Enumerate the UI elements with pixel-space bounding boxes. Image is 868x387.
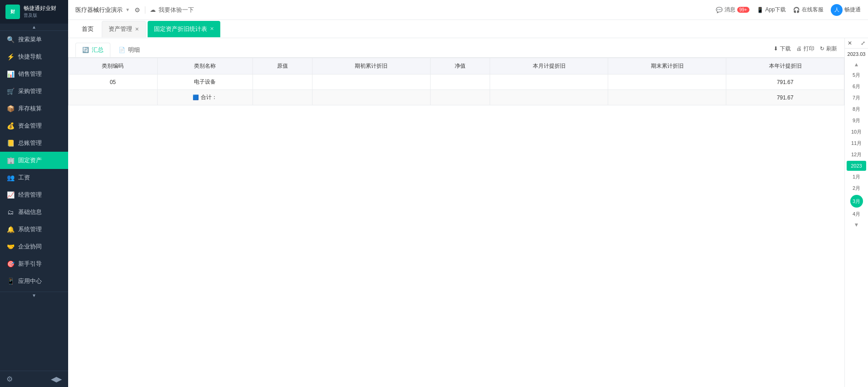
month-12[interactable]: 12月 xyxy=(845,149,868,160)
sum-monthly-depr xyxy=(490,90,608,105)
sidebar-item-guide[interactable]: 🎯 新手引导 xyxy=(0,255,68,273)
message-label: 消息 xyxy=(724,6,735,14)
sidebar-item-inventory[interactable]: 📦 库存核算 xyxy=(0,100,68,117)
sum-net-value xyxy=(430,90,490,105)
refresh-btn[interactable]: ↻ 刷新 xyxy=(820,45,837,53)
logo-text: 畅捷通好业财 xyxy=(24,5,56,12)
sub-tabs-right: ⬇ 下载 🖨 打印 ↻ 刷新 xyxy=(774,45,837,55)
company-dropdown-icon: ▼ xyxy=(125,7,130,12)
basicinfo-icon: 🗂 xyxy=(6,208,15,216)
sidebar-scroll-up[interactable]: ▲ xyxy=(32,25,36,30)
month-4[interactable]: 4月 xyxy=(845,208,868,220)
month-7[interactable]: 7月 xyxy=(845,92,868,104)
month-11[interactable]: 11月 xyxy=(845,138,868,149)
company-selector[interactable]: 医疗器械行业演示 ▼ xyxy=(75,6,130,14)
col-header-monthly-depr: 本月计提折旧 xyxy=(490,58,608,74)
tab-home-label: 首页 xyxy=(82,25,94,33)
depreciation-table: 类别编码 类别名称 原值 期初累计折旧 净值 本月计提折旧 期末累计折旧 本年计… xyxy=(68,58,844,105)
month-6[interactable]: 6月 xyxy=(845,81,868,92)
month-8[interactable]: 8月 xyxy=(845,104,868,115)
content-area: 🔄 汇总 📄 明细 ⬇ 下载 🖨 打印 xyxy=(68,38,868,387)
right-panel-expand-btn[interactable]: ⤢ xyxy=(861,40,865,46)
cell-code: 05 xyxy=(69,74,158,90)
purchase-icon: 🛒 xyxy=(6,88,15,95)
gear-button[interactable]: ⚙ xyxy=(134,6,140,14)
message-icon: 💬 xyxy=(716,7,723,13)
month-2[interactable]: 2月 xyxy=(845,183,868,194)
sidebar-item-funds[interactable]: 💰 资金管理 xyxy=(0,117,68,134)
month-1[interactable]: 1月 xyxy=(845,171,868,183)
sub-tab-detail-label: 明细 xyxy=(128,46,140,54)
sidebar-item-quicknav[interactable]: ⚡ 快捷导航 xyxy=(0,48,68,65)
user-menu[interactable]: 人 畅捷通 xyxy=(831,4,861,16)
cell-name: 电子设备 xyxy=(157,74,253,90)
sales-icon: 📊 xyxy=(6,70,15,78)
sub-tab-summary[interactable]: 🔄 汇总 xyxy=(75,43,110,57)
sidebar-item-label: 固定资产 xyxy=(18,156,42,164)
month-10[interactable]: 10月 xyxy=(845,126,868,138)
topbar-left: 医疗器械行业演示 ▼ ⚙ ☁ 我要体验一下 xyxy=(75,6,194,14)
summary-icon: 🔄 xyxy=(82,47,89,53)
sidebar-item-ledger[interactable]: 📒 总账管理 xyxy=(0,134,68,152)
download-btn[interactable]: ⬇ 下载 xyxy=(774,45,791,53)
sidebar-item-sysmanage[interactable]: 🔔 系统管理 xyxy=(0,221,68,238)
sidebar-item-fixedassets[interactable]: 🏢 固定资产 xyxy=(0,152,68,169)
sidebar-item-basicinfo[interactable]: 🗂 基础信息 xyxy=(0,203,68,221)
tab-asset-manage-close[interactable]: ✕ xyxy=(135,26,139,32)
col-header-net-value: 净值 xyxy=(430,58,490,74)
sidebar-item-payroll[interactable]: 👥 工资 xyxy=(0,169,68,186)
sum-icon: 🟦 xyxy=(193,94,199,100)
main-content: 医疗器械行业演示 ▼ ⚙ ☁ 我要体验一下 💬 消息 99+ 📱 App下载 🎧 xyxy=(68,0,868,387)
sum-annual-depr: 791.67 xyxy=(726,90,844,105)
tab-asset-manage[interactable]: 资产管理 ✕ xyxy=(102,21,146,37)
month-9[interactable]: 9月 xyxy=(845,115,868,126)
sidebar-item-label: 工资 xyxy=(18,174,30,182)
period-label: 2023.03 xyxy=(846,49,868,60)
company-name: 医疗器械行业演示 xyxy=(75,6,123,14)
sysmanage-icon: 🔔 xyxy=(6,226,15,233)
sidebar-item-cooperation[interactable]: 🤝 企业协同 xyxy=(0,238,68,255)
tab-home[interactable]: 首页 xyxy=(75,21,100,37)
topbar: 医疗器械行业演示 ▼ ⚙ ☁ 我要体验一下 💬 消息 99+ 📱 App下载 🎧 xyxy=(68,0,868,20)
month-5[interactable]: 5月 xyxy=(845,69,868,81)
sidebar-item-appcenter[interactable]: 📱 应用中心 xyxy=(0,273,68,290)
app-download-btn[interactable]: 📱 App下载 xyxy=(757,6,786,14)
sub-tab-detail[interactable]: 📄 明细 xyxy=(112,43,146,57)
sidebar-scroll-down[interactable]: ▼ xyxy=(32,293,36,298)
print-btn[interactable]: 🖨 打印 xyxy=(796,45,814,53)
sidebar: 财 畅捷通好业财 普及版 ▲ 🔍 搜索菜单 ⚡ 快捷导航 📊 销售管理 🛒 采购… xyxy=(0,0,68,387)
app-download-icon: 📱 xyxy=(757,7,764,13)
right-panel-scroll-down[interactable]: ▼ xyxy=(852,220,861,230)
cell-monthly-depr xyxy=(490,74,608,90)
funds-icon: 💰 xyxy=(6,122,15,129)
sub-tabs: 🔄 汇总 📄 明细 ⬇ 下载 🖨 打印 xyxy=(68,38,844,58)
month-3-selected[interactable]: 3月 xyxy=(850,195,863,208)
sidebar-item-label: 搜索菜单 xyxy=(18,35,42,44)
experience-btn[interactable]: ☁ 我要体验一下 xyxy=(150,6,194,14)
settings-icon[interactable]: ⚙ xyxy=(6,375,13,383)
tab-fixed-depreciation[interactable]: 固定资产折旧统计表 ✕ xyxy=(148,21,220,37)
sidebar-item-label: 基础信息 xyxy=(18,208,42,216)
sidebar-item-label: 资金管理 xyxy=(18,122,42,130)
sum-empty xyxy=(69,90,158,105)
sidebar-item-sales[interactable]: 📊 销售管理 xyxy=(0,65,68,83)
right-panel-scroll-up[interactable]: ▲ xyxy=(852,60,861,69)
sidebar-item-purchase[interactable]: 🛒 采购管理 xyxy=(0,83,68,100)
sidebar-item-label: 销售管理 xyxy=(18,70,42,78)
collapse-sidebar-icon[interactable]: ◀▶ xyxy=(51,375,62,383)
app-download-label: App下载 xyxy=(765,6,786,14)
tab-fixed-depreciation-close[interactable]: ✕ xyxy=(210,26,214,32)
customer-service-btn[interactable]: 🎧 在线客服 xyxy=(793,6,823,14)
sidebar-item-label: 应用中心 xyxy=(18,277,42,285)
sidebar-item-label: 总账管理 xyxy=(18,139,42,147)
right-panel-close-btn[interactable]: ✕ xyxy=(848,40,852,46)
cell-annual-depr: 791.67 xyxy=(726,74,844,90)
user-avatar: 人 xyxy=(831,4,843,16)
sidebar-item-search[interactable]: 🔍 搜索菜单 xyxy=(0,31,68,48)
sidebar-item-operations[interactable]: 📈 经营管理 xyxy=(0,186,68,203)
quicknav-icon: ⚡ xyxy=(6,53,15,60)
message-btn[interactable]: 💬 消息 99+ xyxy=(716,6,749,14)
fixedassets-icon: 🏢 xyxy=(6,157,15,164)
ledger-icon: 📒 xyxy=(6,139,15,147)
year-2023[interactable]: 2023 xyxy=(847,161,866,171)
